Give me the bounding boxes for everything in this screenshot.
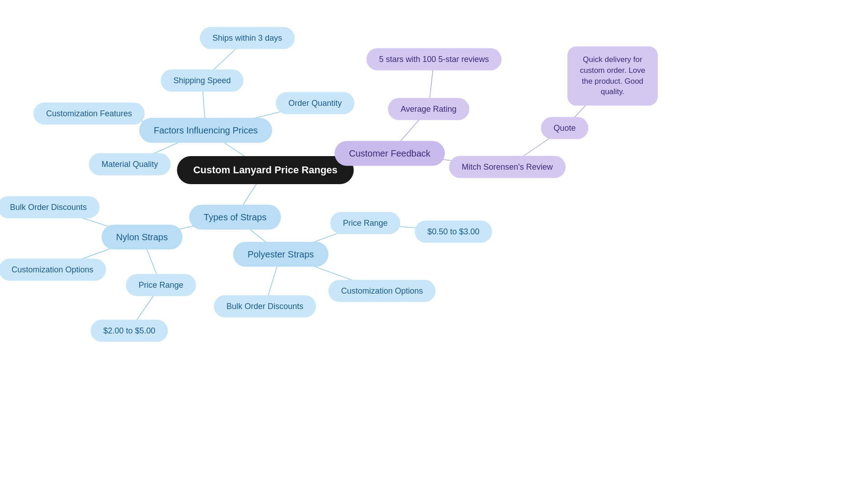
stars-review-node[interactable]: 5 stars with 100 5-star reviews — [366, 48, 501, 71]
mitch-review-label: Mitch Sorensen's Review — [462, 162, 553, 172]
mindmap-container: Custom Lanyard Price Ranges Factors Infl… — [0, 0, 868, 490]
bulk-order-discounts-1-node[interactable]: Bulk Order Discounts — [0, 196, 99, 219]
factors-influencing-label: Factors Influencing Prices — [154, 125, 258, 136]
nylon-straps-node[interactable]: Nylon Straps — [102, 225, 183, 250]
mitch-review-node[interactable]: Mitch Sorensen's Review — [449, 156, 566, 178]
quote-text-node[interactable]: Quick delivery for custom order. Love th… — [567, 46, 658, 105]
bulk-order-discounts-2-node[interactable]: Bulk Order Discounts — [214, 295, 316, 318]
price-range-1-node[interactable]: Price Range — [126, 274, 196, 296]
center-node[interactable]: Custom Lanyard Price Ranges — [177, 156, 354, 184]
customization-options-2-node[interactable]: Customization Options — [328, 280, 435, 302]
customization-options-1-node[interactable]: Customization Options — [0, 259, 106, 281]
stars-review-label: 5 stars with 100 5-star reviews — [379, 55, 489, 64]
center-label: Custom Lanyard Price Ranges — [193, 164, 337, 176]
material-quality-node[interactable]: Material Quality — [89, 153, 170, 176]
customer-feedback-node[interactable]: Customer Feedback — [335, 141, 445, 166]
bulk-order-discounts-2-label: Bulk Order Discounts — [226, 302, 303, 311]
shipping-speed-label: Shipping Speed — [173, 76, 231, 86]
quote-label: Quote — [553, 124, 576, 133]
ships-within-label: Ships within 3 days — [212, 33, 282, 43]
price-value-2-node[interactable]: $0.50 to $3.00 — [415, 221, 492, 243]
customization-features-label: Customization Features — [46, 109, 132, 119]
customer-feedback-label: Customer Feedback — [349, 148, 430, 159]
customization-options-2-label: Customization Options — [341, 286, 423, 296]
types-of-straps-node[interactable]: Types of Straps — [189, 205, 281, 230]
quote-node[interactable]: Quote — [541, 117, 588, 139]
material-quality-label: Material Quality — [101, 160, 158, 169]
ships-within-node[interactable]: Ships within 3 days — [200, 27, 295, 49]
price-value-2-label: $0.50 to $3.00 — [427, 227, 479, 237]
shipping-speed-node[interactable]: Shipping Speed — [160, 70, 243, 92]
order-quantity-node[interactable]: Order Quantity — [276, 92, 354, 114]
price-range-2-label: Price Range — [343, 219, 387, 228]
polyester-straps-label: Polyester Straps — [248, 249, 314, 260]
factors-influencing-node[interactable]: Factors Influencing Prices — [139, 118, 272, 143]
types-of-straps-label: Types of Straps — [204, 212, 267, 223]
order-quantity-label: Order Quantity — [288, 99, 342, 108]
average-rating-label: Average Rating — [401, 105, 457, 114]
nylon-straps-label: Nylon Straps — [116, 232, 168, 243]
customization-features-node[interactable]: Customization Features — [33, 103, 145, 125]
price-value-1-label: $2.00 to $5.00 — [103, 326, 155, 336]
quote-text-label: Quick delivery for custom order. Love th… — [578, 54, 647, 97]
price-range-1-label: Price Range — [138, 281, 183, 290]
polyester-straps-node[interactable]: Polyester Straps — [233, 242, 329, 267]
price-value-1-node[interactable]: $2.00 to $5.00 — [90, 320, 168, 342]
customization-options-1-label: Customization Options — [11, 265, 93, 275]
average-rating-node[interactable]: Average Rating — [388, 98, 469, 120]
price-range-2-node[interactable]: Price Range — [330, 212, 400, 234]
bulk-order-discounts-1-label: Bulk Order Discounts — [10, 203, 87, 212]
